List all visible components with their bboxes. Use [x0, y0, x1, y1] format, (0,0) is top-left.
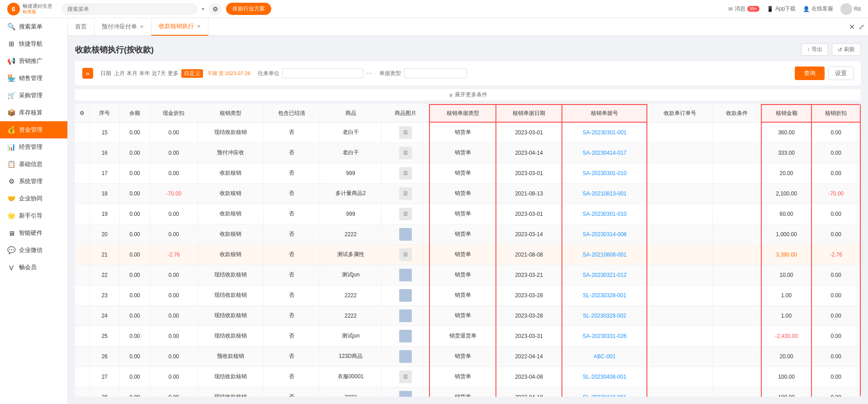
sidebar-item-hardware[interactable]: 🖥 智能硬件	[0, 224, 67, 242]
refresh-button[interactable]: ↺ 刷新	[832, 43, 861, 56]
maximize-icon[interactable]: ⤢	[859, 23, 864, 31]
sidebar-item-basic[interactable]: 📋 基础信息	[0, 156, 67, 173]
td-no-1: 16	[90, 143, 120, 163]
td-voucher-no-8[interactable]: SL-20230328-001	[562, 285, 647, 305]
sidebar-item-purchase[interactable]: 🛒 采购管理	[0, 87, 67, 104]
td-type-3: 收款核销	[198, 183, 263, 204]
td-order-no-10	[647, 326, 713, 346]
td-order-no-12	[647, 366, 713, 387]
industry-solution-button[interactable]: 休验行业方案	[226, 3, 271, 15]
td-no-9: 24	[90, 305, 120, 326]
voucher-type-select[interactable]: 销货单	[404, 68, 467, 78]
filter-expand-button[interactable]: »	[82, 68, 93, 79]
th-amount: 核销金额	[761, 105, 812, 122]
td-discount-10: 0.00	[150, 326, 198, 346]
td-voucher-no-12[interactable]: SL-20230408-001	[562, 366, 647, 387]
td-voucher-no-13[interactable]: SL-20230418-001	[562, 387, 647, 397]
td-voucher-no-3[interactable]: SA-20210813-001	[562, 183, 647, 204]
tab-advance[interactable]: 预付冲应付单✕	[94, 18, 151, 36]
td-voucher-date-6: 2021-08-08	[496, 244, 562, 265]
export-button[interactable]: ↑ 导出	[801, 43, 828, 56]
td-type-8: 现结收款核销	[198, 285, 263, 305]
tab-bar-right: ✕ ⤢	[849, 23, 868, 31]
tab-close-advance[interactable]: ✕	[140, 24, 144, 30]
this-month-link[interactable]: 本月	[127, 70, 137, 77]
td-voucher-type-5: 销货单	[429, 224, 496, 244]
more-date-link[interactable]: 更多	[168, 70, 179, 77]
td-voucher-no-9[interactable]: SL-20230328-002	[562, 305, 647, 326]
td-goods-img-7	[382, 265, 430, 285]
th-gear[interactable]: ⚙	[75, 105, 90, 122]
partner-input[interactable]	[282, 68, 363, 78]
th-discount: 现金折扣	[150, 105, 198, 122]
td-amount-2: 20.00	[761, 163, 812, 183]
search-input[interactable]	[61, 4, 197, 14]
td-discount-1: 0.00	[150, 143, 198, 163]
partner-more-icon[interactable]: ···	[366, 69, 372, 77]
sidebar-item-wechat[interactable]: 💬 企业微信	[0, 242, 67, 259]
partner-filter-label: 往来单位	[258, 70, 279, 77]
query-button[interactable]: 查询	[795, 67, 825, 80]
user-menu[interactable]: Rit	[840, 3, 861, 15]
sidebar-item-marketing[interactable]: 📢 营销推广	[0, 52, 67, 70]
td-balance-5: 0.00	[120, 224, 150, 244]
sidebar-item-member[interactable]: V 畅会员	[0, 259, 67, 276]
sidebar-label-quick-nav: 快捷导航	[19, 40, 42, 48]
td-goods-img-6: 🖼	[382, 244, 430, 265]
last-7days-link[interactable]: 近7天	[152, 70, 166, 77]
last-month-link[interactable]: 上月	[114, 70, 125, 77]
app-download-link[interactable]: 📱 App下载	[767, 5, 796, 13]
td-writeoff-discount-12: 0.00	[811, 366, 860, 387]
td-voucher-no-7[interactable]: SA-20230321-012	[562, 265, 647, 285]
sidebar-item-inventory[interactable]: 📦 库存核算	[0, 104, 67, 121]
message-icon[interactable]: ✉ 消息 99+	[728, 5, 760, 13]
td-voucher-no-6[interactable]: SA-20210808-001	[562, 244, 647, 265]
sidebar-item-system[interactable]: ⚙ 系统管理	[0, 173, 67, 190]
td-writeoff-discount-3: -70.00	[811, 183, 860, 204]
sidebar-label-operation: 经营管理	[19, 143, 42, 151]
td-no-6: 21	[90, 244, 120, 265]
td-voucher-no-1[interactable]: SA-20230414-017	[562, 143, 647, 163]
td-voucher-no-11[interactable]: ABC-001	[562, 346, 647, 366]
td-amount-9: 1.00	[761, 305, 812, 326]
td-voucher-date-3: 2021-08-13	[496, 183, 562, 204]
td-goods-img-8	[382, 285, 430, 305]
sidebar-item-cooperation[interactable]: 🤝 企业协同	[0, 190, 67, 207]
chevron-down-icon[interactable]: ▾	[202, 6, 204, 12]
top-bar-right: ✉ 消息 99+ 📱 App下载 👤 在线客服 Rit	[728, 3, 861, 15]
gear-icon[interactable]: ⚙	[209, 3, 222, 15]
td-voucher-no-4[interactable]: SA-20230301-010	[562, 204, 647, 224]
td-writeoff-discount-0: 0.00	[811, 122, 860, 143]
td-voucher-no-5[interactable]: SA-20230314-008	[562, 224, 647, 244]
tab-home[interactable]: 首页	[68, 18, 94, 36]
tab-label-home: 首页	[75, 23, 87, 31]
filter-settings-button[interactable]: 设置	[828, 67, 854, 80]
top-bar: 6 畅捷通好生意 标准版 ▾ ⚙ 休验行业方案 ✉ 消息 99+ 📱 App下载…	[0, 0, 868, 18]
table-row: 19 0.00 0.00 收款核销 否 999 🖼 销货单 2023-03-01…	[75, 204, 860, 224]
sidebar-item-operation[interactable]: 📊 经营管理	[0, 138, 67, 156]
td-amount-13: 100.00	[761, 387, 812, 397]
online-service-link[interactable]: 👤 在线客服	[803, 5, 833, 13]
table-row: 20 0.00 0.00 收款核销 否 2222 销货单 2023-03-14 …	[75, 224, 860, 244]
close-window-icon[interactable]: ✕	[849, 23, 855, 31]
sidebar-item-finance[interactable]: 💰 资金管理	[0, 121, 67, 138]
td-order-no-2	[647, 163, 713, 183]
sidebar-item-guide[interactable]: 🌟 新手引导	[0, 207, 67, 224]
sidebar-item-search[interactable]: 🔍 搜索菜单	[0, 18, 67, 35]
this-year-link[interactable]: 本年	[139, 70, 150, 77]
td-gear-3	[75, 183, 90, 204]
td-voucher-no-0[interactable]: SA-20230301-001	[562, 122, 647, 143]
chevron-down-icon: ∨	[449, 92, 453, 98]
td-voucher-no-10[interactable]: SA-20230331-026	[562, 326, 647, 346]
td-condition-8	[713, 285, 761, 305]
td-voucher-no-2[interactable]: SA-20230301-010	[562, 163, 647, 183]
export-icon: ↑	[807, 47, 810, 53]
td-gear-8	[75, 285, 90, 305]
custom-date-button[interactable]: 自定义	[181, 69, 203, 78]
tab-collection[interactable]: 收款核销执行✕	[151, 18, 208, 36]
sidebar-item-sales[interactable]: 🏪 销售管理	[0, 70, 67, 87]
td-condition-7	[713, 265, 761, 285]
tab-close-collection[interactable]: ✕	[197, 24, 201, 29]
sidebar-item-quick-nav[interactable]: ⊞ 快捷导航	[0, 35, 67, 52]
expand-more-bar[interactable]: ∨ 展开更多条件	[75, 89, 861, 100]
